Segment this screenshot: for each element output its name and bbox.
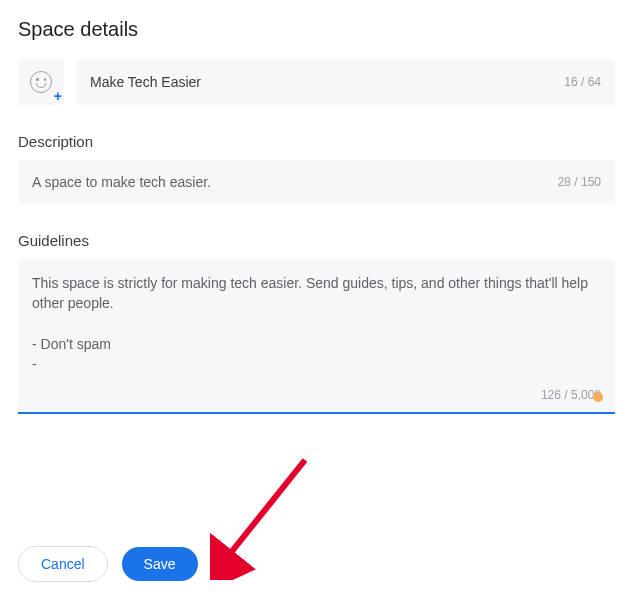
description-counter: 28 / 150: [558, 175, 601, 189]
description-value: A space to make tech easier.: [32, 174, 211, 190]
plus-icon: +: [54, 89, 62, 103]
emoji-picker-button[interactable]: +: [18, 59, 64, 105]
cursor-indicator-icon: [593, 392, 603, 402]
space-name-row: + Make Tech Easier 16 / 64: [18, 59, 615, 105]
space-name-input[interactable]: Make Tech Easier 16 / 64: [76, 59, 615, 105]
description-input[interactable]: A space to make tech easier. 28 / 150: [18, 160, 615, 204]
guidelines-value: This space is strictly for making tech e…: [32, 273, 601, 374]
save-button[interactable]: Save: [122, 547, 198, 581]
guidelines-counter: 126 / 5,000: [541, 388, 601, 402]
page-title: Space details: [18, 18, 615, 41]
guidelines-label: Guidelines: [18, 232, 615, 249]
annotation-arrow-icon: [210, 450, 320, 580]
space-name-counter: 16 / 64: [564, 75, 601, 89]
dialog-footer: Cancel Save: [18, 546, 198, 582]
space-name-value: Make Tech Easier: [90, 74, 201, 90]
cancel-button[interactable]: Cancel: [18, 546, 108, 582]
description-label: Description: [18, 133, 615, 150]
emoji-face-icon: [30, 71, 52, 93]
guidelines-input[interactable]: This space is strictly for making tech e…: [18, 259, 615, 414]
svg-line-0: [225, 460, 305, 560]
